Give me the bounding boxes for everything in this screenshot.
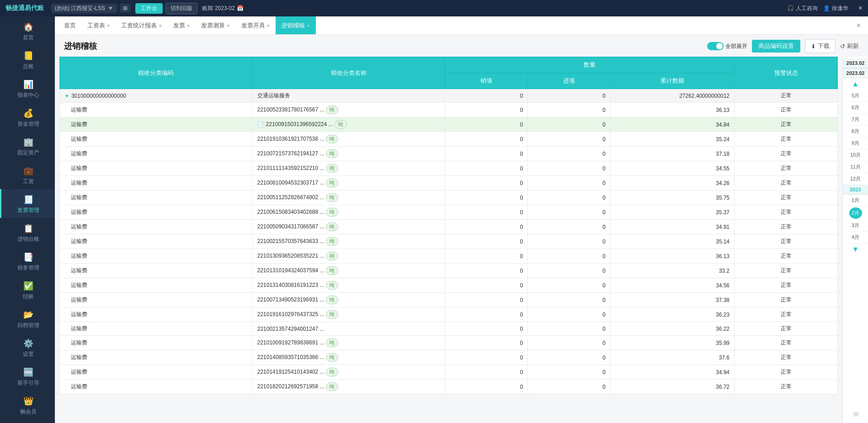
sidebar-label-member: 畅会员 xyxy=(20,408,37,416)
th-quantity: 数量 xyxy=(445,57,735,73)
unit-tag: 吨 xyxy=(326,281,338,290)
calendar-month-12[interactable]: 12月 xyxy=(843,173,868,185)
sidebar-item-invoice[interactable]: 🧾 发票管理 xyxy=(0,189,55,218)
table-cell-sales: 0 xyxy=(445,350,528,365)
table-cell-purchase: 0 xyxy=(528,132,611,147)
company-settings-button[interactable]: ⊞ xyxy=(120,4,131,13)
sidebar-label-salary: 工资 xyxy=(23,178,34,185)
period-calendar-icon[interactable]: 📅 xyxy=(237,5,244,11)
refresh-button[interactable]: ↺ 刷新 xyxy=(840,42,859,50)
calendar-month-4[interactable]: 4月 xyxy=(843,232,868,243)
table-cell-name: 交通运输服务 xyxy=(252,89,445,103)
tabs-bar: 首页 工资表 × 工资统计报表 × 发票 × 发票测算 × 发票开具 × xyxy=(55,16,868,35)
calendar-month-10[interactable]: 10月 xyxy=(843,149,868,161)
table-cell-status: 正常 xyxy=(735,234,838,249)
table-cell-sales: 0 xyxy=(445,365,528,380)
period-value: 2023-02 xyxy=(215,5,235,11)
sidebar-label-ledger: 总账 xyxy=(23,63,34,70)
tab-invoice-calc-close[interactable]: × xyxy=(227,23,229,28)
sidebar-item-capital[interactable]: 💰 资金管理 xyxy=(0,103,55,132)
sidebar-item-purchasesale[interactable]: 📋 进销台账 xyxy=(0,218,55,247)
table-cell-sales: 0 xyxy=(445,249,528,264)
th-tax-code: 税收分类编码 xyxy=(60,57,253,89)
table-cell-sales: 0 xyxy=(445,322,528,336)
calendar-month-8[interactable]: 8月 xyxy=(843,126,868,137)
pin-button[interactable]: 📌 取消固定 xyxy=(0,419,55,423)
table-cell-tax-code: 22100810094532303717 ... 吨 xyxy=(252,176,445,190)
calendar-month-11[interactable]: 11月 xyxy=(843,161,868,173)
sidebar-item-ledger[interactable]: 📒 总账 xyxy=(0,45,55,74)
sidebar-item-asset[interactable]: 🏢 固定资产 xyxy=(0,132,55,160)
sidebar-item-guide[interactable]: 🆕 新手引导 xyxy=(0,362,55,391)
company-selector[interactable]: (勿动) 江西报宝-LSS ▼ xyxy=(51,4,117,13)
tab-invoice-calc[interactable]: 发票测算 × xyxy=(196,16,235,34)
calendar-month-3[interactable]: 3月 xyxy=(843,220,868,232)
product-code-settings-button[interactable]: 商品编码设置 xyxy=(752,40,800,53)
sidebar-label-invoice: 发票管理 xyxy=(17,206,39,214)
table-cell-sales: 0 xyxy=(445,103,528,117)
support-button[interactable]: 🎧 人工咨询 xyxy=(787,5,818,12)
table-cell-tax-code: 22101820212692571958 ... 吨 xyxy=(252,380,445,394)
sidebar-item-settings[interactable]: ⚙️ 设置 xyxy=(0,333,55,362)
tab-invoice[interactable]: 发票 × xyxy=(168,16,196,34)
tab-invoice-open-close[interactable]: × xyxy=(267,23,270,28)
sidebar-item-settle[interactable]: ✅ 结账 xyxy=(0,275,55,304)
table-row: ▼301000000000000000 xyxy=(60,89,253,103)
table-cell-item-name: 运输费 xyxy=(60,205,253,220)
toggle-switch[interactable] xyxy=(707,42,724,50)
table-cell-purchase: 0 xyxy=(528,205,611,220)
sidebar-item-member[interactable]: 👑 畅会员 xyxy=(0,391,55,419)
tab-reconcile-close[interactable]: × xyxy=(307,23,309,28)
sidebar-item-home[interactable]: 🏠 首页 xyxy=(0,16,55,45)
table-cell-item-name: 运输费 xyxy=(60,293,253,307)
tab-salary-report[interactable]: 工资统计报表 × xyxy=(116,16,167,34)
toggle-expand[interactable]: 全部展开 xyxy=(707,42,747,50)
calendar-month-7[interactable]: 7月 xyxy=(843,114,868,126)
close-button[interactable]: × xyxy=(858,4,863,12)
tab-home[interactable]: 首页 xyxy=(59,16,82,34)
table-cell-cumulative: 34.26 xyxy=(610,176,734,190)
tab-salary-table-close[interactable]: × xyxy=(107,23,110,28)
tab-reconcile[interactable]: 进销稽核 × xyxy=(276,16,315,34)
calendar-month-1[interactable]: 1月 xyxy=(843,195,868,206)
sidebar-item-tax[interactable]: 📑 税务管理 xyxy=(0,247,55,275)
sidebar: 🏠 首页 📒 总账 📊 报表中心 💰 资金管理 🏢 固定资产 💼 工资 🧾 发票… xyxy=(0,16,55,423)
sidebar-item-salary[interactable]: 💼 工资 xyxy=(0,160,55,189)
calendar-month-6[interactable]: 6月 xyxy=(843,102,868,114)
table-cell-tax-code: 22101419125410143402 ... 吨 xyxy=(252,365,445,380)
switch-version-button[interactable]: 切到旧版 xyxy=(165,3,197,14)
sidebar-label-asset: 固定资产 xyxy=(17,149,39,157)
tabs-close-all[interactable]: × xyxy=(853,21,864,30)
guide-icon: 🆕 xyxy=(23,367,33,377)
download-icon: ⬇ xyxy=(811,43,816,50)
tab-invoice-close[interactable]: × xyxy=(187,23,190,28)
archive-icon: 📂 xyxy=(23,310,33,320)
table-cell-cumulative: 35.75 xyxy=(610,190,734,205)
calendar-favorite-icon[interactable]: 🤍 xyxy=(851,408,861,421)
table-cell-status: 正常 xyxy=(735,293,838,307)
tab-salary-report-close[interactable]: × xyxy=(159,23,161,28)
tab-salary-table[interactable]: 工资表 × xyxy=(82,16,116,34)
calendar-nav-down[interactable]: ▼ xyxy=(843,243,868,255)
calendar-month-2-active[interactable]: 2月 xyxy=(849,207,862,219)
table-cell-tax-code: 22100213574294001247 ... xyxy=(252,322,445,336)
table-cell-purchase: 0 xyxy=(528,336,611,350)
tab-invoice-open[interactable]: 发票开具 × xyxy=(236,16,276,34)
table-cell-purchase: 0 xyxy=(528,89,611,103)
user-menu[interactable]: 👤 徐逢华 xyxy=(823,5,848,12)
sidebar-item-report[interactable]: 📊 报表中心 xyxy=(0,74,55,103)
calendar-year-2023: 2023 xyxy=(843,185,868,195)
table-cell-purchase: 0 xyxy=(528,161,611,176)
download-button[interactable]: ⬇ 下载 xyxy=(805,39,836,53)
table-cell-purchase: 0 xyxy=(528,350,611,365)
calendar-nav-up[interactable]: ▲ xyxy=(843,78,868,90)
table-cell-cumulative: 34.91 xyxy=(610,220,734,234)
table-cell-item-name: 运输费 xyxy=(60,220,253,234)
table-cell-sales: 0 xyxy=(445,278,528,293)
calendar-month-5[interactable]: 5月 xyxy=(843,90,868,102)
table-cell-tax-code: 22101408593571035366 ... 吨 xyxy=(252,350,445,365)
sidebar-item-archive[interactable]: 📂 归档管理 xyxy=(0,304,55,333)
calendar-month-9[interactable]: 9月 xyxy=(843,137,868,149)
workbench-button[interactable]: 工作台 xyxy=(135,3,163,14)
table-cell-item-name: 运输费 xyxy=(60,103,253,117)
